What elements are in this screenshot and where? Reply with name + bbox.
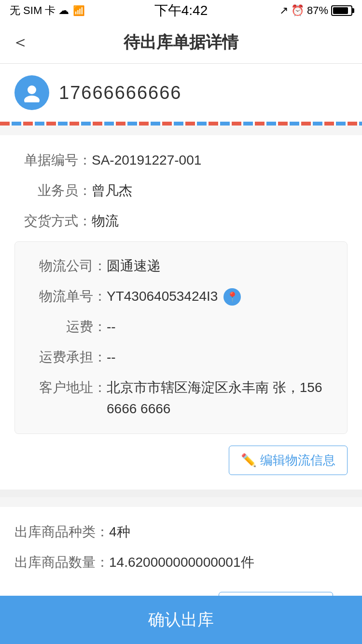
wifi-icon: 📶 [73, 5, 85, 16]
logistics-company-label: 物流公司： [29, 255, 107, 277]
gray-separator [0, 490, 362, 497]
salesperson-value: 曾凡杰 [92, 180, 348, 202]
content: 17666666666 单据编号： SA-20191227-001 业务员： 曾… [0, 64, 362, 644]
goods-quantity-label: 出库商品数量： [14, 552, 109, 574]
svg-point-1 [24, 96, 40, 102]
doc-number-row: 单据编号： SA-20191227-001 [14, 150, 348, 171]
goods-type-value: 4种 [109, 521, 348, 543]
customer-header: 17666666666 [0, 64, 362, 122]
logistics-company-value: 圆通速递 [107, 255, 333, 277]
delivery-row: 交货方式： 物流 [14, 210, 348, 232]
nav-bar: ＜ 待出库单据详情 [0, 21, 362, 64]
address-value: 北京市市辖区海淀区永丰南 张，156 6666 6666 [107, 377, 333, 420]
freight-value: -- [107, 316, 333, 338]
freight-label: 运费： [29, 316, 107, 338]
avatar [14, 75, 49, 110]
salesperson-label: 业务员： [14, 180, 92, 202]
battery-percent: 87% [307, 4, 328, 17]
edit-icon: ✏️ [241, 453, 256, 468]
edit-logistics-container: ✏️ 编辑物流信息 [14, 446, 348, 475]
back-button[interactable]: ＜ [12, 30, 29, 54]
doc-number-value: SA-20191227-001 [92, 150, 348, 171]
freight-payer-row: 运费承担： -- [29, 347, 333, 368]
order-info-section: 单据编号： SA-20191227-001 业务员： 曾凡杰 交货方式： 物流 … [0, 135, 362, 490]
location-status-icon: ↗ [279, 4, 288, 17]
customer-phone: 17666666666 [59, 83, 181, 103]
goods-type-label: 出库商品种类： [14, 521, 109, 543]
logistics-tracking-value: YT43064053424I3 📍 [107, 286, 333, 308]
battery-icon [331, 5, 352, 16]
logistics-tracking-row: 物流单号： YT43064053424I3 📍 [29, 286, 333, 308]
sim-text: 无 SIM 卡 ☁ [10, 3, 69, 18]
logistics-card: 物流公司： 圆通速递 物流单号： YT43064053424I3 📍 运费： -… [14, 241, 348, 434]
map-pin-icon[interactable]: 📍 [223, 288, 241, 306]
delivery-label: 交货方式： [14, 210, 92, 232]
alarm-icon: ⏰ [291, 4, 304, 17]
goods-type-row: 出库商品种类： 4种 [14, 521, 348, 543]
freight-row: 运费： -- [29, 316, 333, 338]
goods-quantity-row: 出库商品数量： 14.620000000000001件 [14, 552, 348, 574]
salesperson-row: 业务员： 曾凡杰 [14, 180, 348, 202]
address-row: 客户地址： 北京市市辖区海淀区永丰南 张，156 6666 6666 [29, 377, 333, 420]
freight-payer-value: -- [107, 347, 333, 368]
freight-payer-label: 运费承担： [29, 347, 107, 368]
logistics-tracking-label: 物流单号： [29, 286, 107, 308]
status-time: 下午4:42 [154, 1, 208, 20]
bottom-bar: 确认出库 [0, 596, 362, 644]
logistics-company-row: 物流公司： 圆通速递 [29, 255, 333, 277]
svg-point-0 [28, 85, 36, 94]
status-left: 无 SIM 卡 ☁ 📶 [10, 3, 85, 18]
address-label: 客户地址： [29, 377, 107, 399]
page-title: 待出库单据详情 [124, 31, 238, 54]
dashed-divider [0, 122, 362, 126]
goods-quantity-value: 14.620000000000001件 [109, 552, 348, 574]
edit-logistics-label: 编辑物流信息 [260, 452, 335, 469]
confirm-button[interactable]: 确认出库 [0, 609, 362, 631]
delivery-value: 物流 [92, 210, 348, 232]
status-bar: 无 SIM 卡 ☁ 📶 下午4:42 ↗ ⏰ 87% [0, 0, 362, 21]
status-right: ↗ ⏰ 87% [279, 4, 352, 17]
edit-logistics-button[interactable]: ✏️ 编辑物流信息 [229, 446, 348, 475]
doc-number-label: 单据编号： [14, 150, 92, 171]
